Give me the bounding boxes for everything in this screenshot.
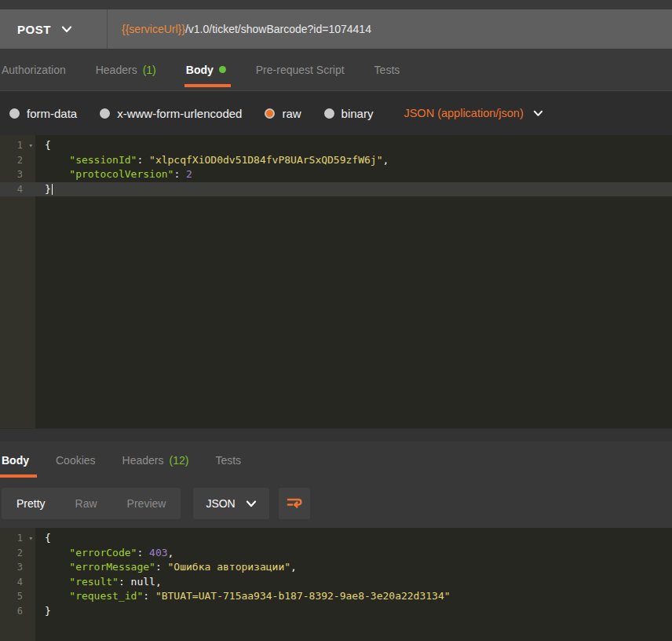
tab-body-label: Body [186, 64, 214, 76]
method-label: POST [17, 23, 51, 36]
line-number: 2 [0, 153, 35, 168]
code-line[interactable]: 4} [0, 182, 672, 197]
code-text[interactable]: } [35, 604, 51, 619]
radio-form-data[interactable]: form-data [9, 107, 77, 120]
response-tab-tests[interactable]: Tests [215, 441, 241, 479]
response-tab-headers-label: Headers [122, 454, 164, 467]
view-mode-preview[interactable]: Preview [112, 488, 181, 519]
tab-headers-count: (1) [143, 64, 156, 76]
radio-selected-icon[interactable] [265, 108, 275, 119]
line-number: 4 [0, 575, 35, 590]
url-path: /v1.0/ticket/showBarcode?id=1074414 [185, 23, 371, 35]
code-line[interactable]: 2 "sessionId": "xlpcqfXiOD0dv51D84fvP8UA… [0, 153, 672, 168]
line-number: 1▾ [0, 138, 35, 153]
code-line[interactable]: 4 "result": null, [0, 575, 672, 590]
code-line[interactable]: 2 "errorCode": 403, [0, 546, 672, 561]
response-toolbar: Pretty Raw Preview JSON [0, 479, 672, 528]
content-type-label: JSON (application/json) [404, 107, 523, 119]
code-text[interactable]: "request_id": "BTUAT=UAT-715aa934-b187-8… [35, 589, 451, 604]
code-text[interactable]: "protocolVersion": 2 [35, 167, 192, 182]
tab-authorization[interactable]: Authorization [2, 49, 66, 90]
wrap-text-button[interactable] [279, 488, 310, 519]
tab-headers[interactable]: Headers (1) [96, 49, 156, 90]
code-line[interactable]: 6} [0, 604, 672, 619]
line-number: 3 [0, 167, 35, 182]
response-tab-body-label: Body [2, 454, 29, 467]
radio-raw[interactable]: raw [265, 107, 301, 120]
view-mode-group: Pretty Raw Preview [2, 488, 181, 519]
radio-circle-icon[interactable] [100, 108, 110, 119]
text-cursor [52, 184, 53, 195]
radio-binary-label: binary [341, 107, 374, 120]
tab-tests-label: Tests [374, 64, 400, 76]
response-format-label: JSON [206, 497, 235, 510]
line-number: 6 [0, 604, 35, 619]
body-type-row: form-data x-www-form-urlencoded raw bina… [0, 91, 672, 135]
request-body-editor[interactable]: 1▾{2 "sessionId": "xlpcqfXiOD0dv51D84fvP… [0, 135, 672, 428]
line-number: 4 [0, 182, 35, 197]
radio-circle-icon[interactable] [324, 108, 334, 119]
fold-caret-icon[interactable]: ▾ [29, 531, 33, 546]
top-strip [0, 0, 672, 9]
response-editor-lines: 1▾{2 "errorCode": 403,3 "errorMessage": … [0, 528, 672, 618]
radio-urlencoded[interactable]: x-www-form-urlencoded [100, 107, 242, 120]
word-wrap-icon [285, 494, 304, 513]
response-tab-headers-count: (12) [170, 454, 189, 467]
response-tab-tests-label: Tests [215, 454, 241, 467]
response-tab-cookies-label: Cookies [56, 454, 96, 467]
code-text[interactable]: "sessionId": "xlpcqfXiOD0dv51D84fvP8UArS… [35, 153, 389, 168]
fold-caret-icon[interactable]: ▾ [29, 138, 33, 153]
response-tab-body[interactable]: Body [2, 441, 29, 479]
radio-raw-label: raw [282, 107, 301, 120]
tab-authorization-label: Authorization [2, 64, 66, 76]
tab-body[interactable]: Body [186, 49, 226, 90]
tab-tests[interactable]: Tests [374, 49, 400, 90]
chevron-down-icon [533, 110, 543, 117]
code-line[interactable]: 1▾{ [0, 531, 672, 546]
request-editor-lines: 1▾{2 "sessionId": "xlpcqfXiOD0dv51D84fvP… [0, 135, 672, 196]
code-text[interactable]: "result": null, [35, 575, 162, 590]
response-tabs: Body Cookies Headers (12) Tests [0, 441, 672, 479]
line-number: 1▾ [0, 531, 35, 546]
body-present-dot-icon [219, 66, 226, 73]
request-tabs: Authorization Headers (1) Body Pre-reque… [0, 49, 672, 91]
url-environment-variable: {{serviceUrl}} [122, 23, 185, 35]
tab-prerequest-label: Pre-request Script [256, 64, 345, 76]
code-text[interactable]: "errorMessage": "Ошибка авторизации", [35, 560, 297, 575]
content-type-dropdown[interactable]: JSON (application/json) [404, 107, 542, 119]
url-input[interactable]: {{serviceUrl}}/v1.0/ticket/showBarcode?i… [108, 9, 672, 49]
view-mode-raw[interactable]: Raw [60, 488, 112, 519]
request-response-divider[interactable] [0, 428, 672, 441]
chevron-down-icon [246, 500, 257, 507]
response-format-dropdown[interactable]: JSON [193, 488, 268, 519]
view-mode-pretty[interactable]: Pretty [2, 488, 60, 519]
response-tab-cookies[interactable]: Cookies [56, 441, 96, 479]
radio-binary[interactable]: binary [324, 107, 374, 120]
method-dropdown[interactable]: POST [0, 9, 108, 49]
code-text[interactable]: { [35, 138, 51, 153]
code-text[interactable]: "errorCode": 403, [35, 546, 173, 561]
code-line[interactable]: 1▾{ [0, 138, 672, 153]
response-tab-headers[interactable]: Headers (12) [122, 441, 189, 479]
radio-urlencoded-label: x-www-form-urlencoded [117, 107, 242, 120]
code-text[interactable]: } [35, 182, 53, 197]
tab-prerequest-script[interactable]: Pre-request Script [256, 49, 345, 90]
postman-window: POST {{serviceUrl}}/v1.0/ticket/showBarc… [0, 0, 672, 641]
code-line[interactable]: 5 "request_id": "BTUAT=UAT-715aa934-b187… [0, 589, 672, 604]
line-number: 3 [0, 560, 35, 575]
response-body-editor[interactable]: 1▾{2 "errorCode": 403,3 "errorMessage": … [0, 528, 672, 641]
radio-circle-icon[interactable] [9, 108, 20, 119]
radio-form-data-label: form-data [27, 107, 77, 120]
code-line[interactable]: 3 "errorMessage": "Ошибка авторизации", [0, 560, 672, 575]
chevron-down-icon [61, 26, 72, 33]
code-text[interactable]: { [35, 531, 51, 546]
code-line[interactable]: 3 "protocolVersion": 2 [0, 167, 672, 182]
line-number: 2 [0, 546, 35, 561]
request-url-bar: POST {{serviceUrl}}/v1.0/ticket/showBarc… [0, 9, 672, 49]
tab-headers-label: Headers [96, 64, 137, 76]
line-number: 5 [0, 589, 35, 604]
